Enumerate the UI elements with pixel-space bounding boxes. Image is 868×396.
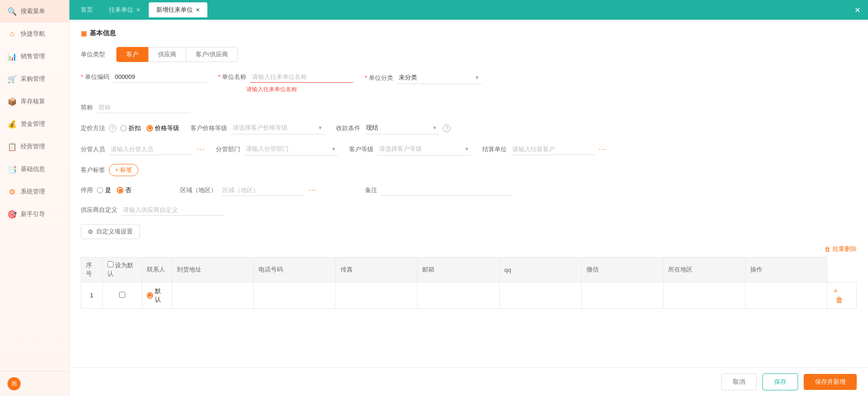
unit-code-field: 单位编码 — [81, 71, 207, 83]
cell-contact[interactable] — [172, 282, 254, 309]
radio-price-level[interactable]: 价格等级 — [146, 124, 179, 132]
qq-input[interactable] — [586, 292, 659, 299]
unit-name-input[interactable] — [250, 71, 353, 83]
payment-terms-label: 收款条件 — [336, 124, 360, 132]
col-contact: 联系人 — [142, 257, 172, 282]
remark-label: 备注 — [365, 186, 377, 194]
unit-category-field: 单位分类 未分类 ▼ — [365, 71, 481, 84]
save-button[interactable]: 保存 — [762, 373, 798, 390]
sidebar-item-operations[interactable]: 📋 经营管理 — [0, 135, 69, 158]
phone-input[interactable] — [341, 292, 413, 299]
department-select[interactable]: 请输入分管部门 ▼ — [244, 143, 338, 155]
address-input[interactable] — [259, 292, 331, 299]
unit-name-field: 单位名称 请输入往来单位名称 — [218, 71, 354, 93]
sidebar-item-system[interactable]: ⚙ 系统管理 — [0, 180, 69, 203]
col-seq: 序号 — [81, 257, 103, 282]
cell-email[interactable] — [499, 282, 581, 309]
settlement-more-icon[interactable]: ··· — [599, 145, 606, 154]
abbr-input[interactable] — [97, 102, 190, 113]
wechat-input[interactable] — [668, 292, 740, 299]
customer-level-select[interactable]: 请选择客户等级 ▼ — [377, 143, 471, 155]
cell-qq[interactable] — [581, 282, 663, 309]
remark-input[interactable] — [381, 185, 512, 196]
cell-wechat[interactable] — [663, 282, 746, 309]
col-address: 到货地址 — [172, 257, 254, 282]
add-row-icon[interactable]: ＋ — [832, 287, 839, 295]
abbr-row: 简称 — [81, 102, 857, 113]
cell-region2[interactable] — [745, 282, 827, 309]
supplier-custom-row: 供应商自定义 — [81, 204, 857, 216]
radio-no[interactable]: 否 — [117, 186, 131, 194]
select-all-checkbox[interactable] — [107, 261, 114, 267]
table-header-row: 序号 设为默认 联系人 到货地址 电话号码 传真 邮箱 qq 微信 所在地区 操… — [81, 257, 857, 282]
cancel-button[interactable]: 取消 — [721, 373, 757, 390]
pricing-help-icon[interactable]: ? — [109, 124, 116, 132]
sidebar-item-purchase[interactable]: 🛒 采购管理 — [0, 68, 69, 90]
table-section: 🗑 批量删除 序号 设为默认 联系人 到货地址 电话号码 传真 邮箱 qq — [81, 245, 857, 309]
unit-type-both[interactable]: 客户/供应商 — [186, 47, 238, 62]
batch-delete-button[interactable]: 🗑 批量删除 — [824, 245, 857, 253]
contact-input[interactable] — [177, 292, 249, 299]
cell-address[interactable] — [254, 282, 336, 309]
tag-add-button[interactable]: + 标签 — [109, 164, 138, 176]
tag-label: 客户标签 — [81, 166, 105, 174]
doc-icon: 📑 — [8, 164, 17, 174]
cell-seq: 1 — [81, 282, 103, 309]
sidebar-item-sales[interactable]: 📊 销售管理 — [0, 45, 69, 68]
code-name-row: 单位编码 单位名称 请输入往来单位名称 单位分类 未分类 ▼ — [81, 71, 857, 93]
sidebar-item-basic[interactable]: 📑 基础信息 — [0, 158, 69, 180]
chart-icon: 📊 — [8, 52, 17, 61]
tab-partner[interactable]: 往来单位 ✕ — [101, 2, 148, 17]
region2-input[interactable] — [750, 292, 822, 299]
tab-home[interactable]: 首页 — [73, 2, 100, 17]
radio-discount[interactable]: 折扣 — [120, 124, 141, 132]
col-fax: 传真 — [335, 257, 418, 282]
sidebar-item-quick-nav[interactable]: ⌂ 快捷导航 — [0, 23, 69, 45]
tab-bar-close[interactable]: ✕ — [851, 4, 864, 16]
unit-name-error: 请输入往来单位名称 — [246, 85, 297, 93]
payment-terms-select[interactable]: 现结 ▼ — [364, 122, 439, 134]
payment-help-icon[interactable]: ? — [443, 124, 450, 132]
region-more-icon[interactable]: ··· — [309, 186, 316, 194]
tab-partner-close[interactable]: ✕ — [136, 7, 140, 13]
custom-settings-wrap: ⚙ 自定义项设置 — [81, 224, 857, 239]
settlement-unit-input[interactable] — [510, 144, 595, 155]
money-icon: 💰 — [8, 119, 17, 129]
chevron-down-icon: ▼ — [474, 75, 480, 80]
sidebar-item-finance[interactable]: 💰 资金管理 — [0, 113, 69, 135]
radio-yes[interactable]: 是 — [97, 186, 111, 194]
delete-row-icon[interactable]: 🗑 — [836, 296, 843, 304]
unit-type-customer[interactable]: 客户 — [116, 47, 148, 62]
sidebar-item-inventory[interactable]: 📦 库存核算 — [0, 90, 69, 113]
manager-row: 分管人员 ··· 分管部门 请输入分管部门 ▼ 客户等级 请选择客户等级 ▼ 结… — [81, 143, 857, 155]
custom-settings-button[interactable]: ⚙ 自定义项设置 — [81, 224, 140, 239]
unit-code-input[interactable] — [113, 71, 207, 83]
avatar: 用 — [8, 377, 21, 390]
unit-category-select[interactable]: 未分类 ▼ — [397, 71, 481, 84]
region-input[interactable] — [221, 185, 305, 196]
cell-checkbox — [102, 282, 142, 309]
col-region: 所在地区 — [663, 257, 746, 282]
form-area: ▣ 基本信息 单位类型 客户 供应商 客户/供应商 单位编码 单位名称 — [69, 20, 868, 367]
supplier-custom-input[interactable] — [121, 204, 224, 216]
customer-price-level-select[interactable]: 请选择客户价格等级 ▼ — [231, 122, 325, 134]
cell-phone[interactable] — [335, 282, 418, 309]
customer-level-field: 客户等级 请选择客户等级 ▼ — [349, 143, 471, 155]
save-new-button[interactable]: 保存并新增 — [804, 374, 857, 390]
sidebar-item-search[interactable]: 🔍 搜索菜单 — [0, 0, 69, 23]
sidebar: 🔍 搜索菜单 ⌂ 快捷导航 📊 销售管理 🛒 采购管理 📦 库存核算 💰 资金管… — [0, 0, 69, 396]
unit-type-supplier[interactable]: 供应商 — [148, 47, 186, 62]
department-label: 分管部门 — [216, 145, 240, 154]
region-field: 区域（地区） ··· — [180, 185, 316, 196]
cell-fax[interactable] — [418, 282, 500, 309]
fax-input[interactable] — [422, 292, 495, 299]
manager-more-icon[interactable]: ··· — [197, 145, 205, 154]
email-input[interactable] — [504, 292, 577, 299]
default-radio[interactable]: 默认 — [147, 287, 167, 304]
sidebar-item-guide[interactable]: 🎯 新手引导 — [0, 203, 69, 225]
tab-new-partner-close[interactable]: ✕ — [196, 7, 200, 13]
main-area: 首页 往来单位 ✕ 新增往来单位 ✕ ✕ ▣ 基本信息 单位类型 客户 供应商 … — [69, 0, 868, 396]
tab-new-partner[interactable]: 新增往来单位 ✕ — [149, 2, 207, 17]
manager-input[interactable] — [109, 144, 193, 155]
row-checkbox[interactable] — [119, 292, 125, 298]
